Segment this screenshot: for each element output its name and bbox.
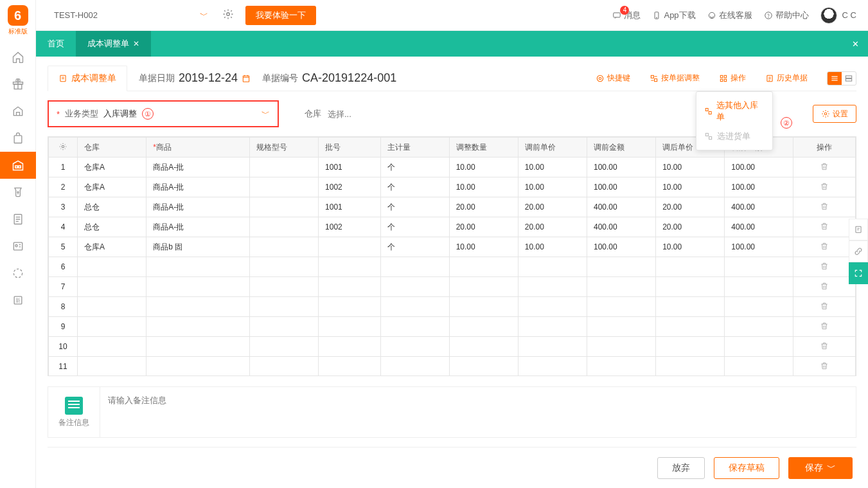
cell-qty[interactable]: 20.00 — [449, 197, 518, 217]
close-icon[interactable]: ✕ — [133, 39, 139, 48]
cell-batch[interactable]: 1001 — [319, 158, 380, 177]
cell-batch[interactable]: 1001 — [319, 197, 380, 217]
help-link[interactable]: 帮助中心 — [764, 10, 809, 21]
cell-spec[interactable] — [249, 197, 318, 217]
cell-pre-unit[interactable]: 10.00 — [518, 237, 587, 257]
cell-warehouse[interactable]: 仓库A — [78, 237, 146, 257]
nav-gift-icon[interactable] — [0, 71, 36, 98]
nav-house-icon[interactable] — [0, 98, 36, 125]
cell-pre-amt[interactable]: 400.00 — [587, 217, 655, 237]
cell-delete[interactable] — [793, 237, 856, 257]
cell-post-unit[interactable]: 10.00 — [656, 177, 725, 197]
col-gear[interactable] — [49, 138, 78, 158]
table-row[interactable]: 8 — [49, 297, 856, 317]
cell-qty[interactable]: 10.00 — [449, 158, 518, 177]
save-button[interactable]: 保存﹀ — [788, 457, 853, 479]
action-shortcut[interactable]: 快捷键 — [596, 73, 630, 84]
nav-bag-icon[interactable] — [0, 125, 36, 152]
table-row[interactable]: 4 总仓 商品A-批 1002 个 20.00 20.00 400.00 20.… — [49, 217, 856, 237]
cell-post-unit[interactable]: 20.00 — [656, 197, 725, 217]
cell-spec[interactable] — [249, 217, 318, 237]
cell-delete[interactable] — [793, 217, 856, 237]
cell-pre-unit[interactable]: 20.00 — [518, 217, 587, 237]
action-history[interactable]: 历史单据 — [765, 73, 808, 84]
cell-product[interactable]: 商品b 固 — [146, 237, 250, 257]
table-row[interactable]: 11 — [49, 357, 856, 377]
nav-home-icon[interactable] — [0, 44, 36, 71]
table-row[interactable]: 2 仓库A 商品A-批 1002 个 10.00 10.00 100.00 10… — [49, 177, 856, 197]
business-type-field[interactable]: * 业务类型 入库调整 ① ﹀ — [48, 100, 279, 127]
cell-pre-amt[interactable]: 100.00 — [587, 237, 655, 257]
try-button[interactable]: 我要体验一下 — [245, 6, 316, 25]
project-select[interactable]: TEST-H002 ﹀ — [48, 6, 215, 25]
cell-pre-unit[interactable]: 10.00 — [518, 158, 587, 177]
cell-delete[interactable] — [793, 277, 856, 297]
messages-link[interactable]: 消息 4 — [612, 10, 641, 21]
tabs-close-all[interactable]: ✕ — [842, 31, 868, 57]
cell-product[interactable]: 商品A-批 — [146, 197, 250, 217]
cell-delete[interactable] — [793, 337, 856, 357]
cell-delete[interactable] — [793, 177, 856, 197]
cell-qty[interactable]: 20.00 — [449, 217, 518, 237]
cell-product[interactable]: 商品A-批 — [146, 177, 250, 197]
cell-spec[interactable] — [249, 237, 318, 257]
cell-unit[interactable]: 个 — [380, 237, 449, 257]
cell-delete[interactable] — [793, 317, 856, 337]
cell-spec[interactable] — [249, 158, 318, 177]
cell-unit[interactable]: 个 — [380, 197, 449, 217]
dock-note-icon[interactable] — [849, 219, 868, 240]
action-ops[interactable]: 操作 — [719, 73, 746, 84]
nav-money-icon[interactable] — [0, 179, 36, 206]
table-row[interactable]: 1 仓库A 商品A-批 1001 个 10.00 10.00 100.00 10… — [49, 158, 856, 177]
cell-post-unit[interactable]: 10.00 — [656, 158, 725, 177]
cell-post-amt[interactable]: 400.00 — [725, 197, 793, 217]
cell-unit[interactable]: 个 — [380, 177, 449, 197]
cell-pre-amt[interactable]: 100.00 — [587, 177, 655, 197]
cell-warehouse[interactable]: 总仓 — [78, 217, 146, 237]
cell-product[interactable]: 商品A-批 — [146, 217, 250, 237]
table-row[interactable]: 6 — [49, 257, 856, 277]
cell-delete[interactable] — [793, 257, 856, 277]
cell-delete[interactable] — [793, 158, 856, 177]
save-draft-button[interactable]: 保存草稿 — [714, 457, 779, 479]
nav-card-icon[interactable] — [0, 233, 36, 260]
action-adjust[interactable]: 按单据调整 — [650, 73, 700, 84]
cell-post-unit[interactable]: 10.00 — [656, 237, 725, 257]
cell-batch[interactable]: 1002 — [319, 177, 380, 197]
view-grid-icon[interactable] — [842, 72, 856, 85]
cell-post-amt[interactable]: 100.00 — [725, 158, 793, 177]
doc-title-tab[interactable]: 成本调整单 — [48, 66, 127, 91]
calendar-icon[interactable] — [242, 74, 251, 83]
support-link[interactable]: 在线客服 — [707, 10, 752, 21]
cell-unit[interactable]: 个 — [380, 217, 449, 237]
table-row[interactable]: 9 — [49, 317, 856, 337]
cell-unit[interactable]: 个 — [380, 158, 449, 177]
cell-warehouse[interactable]: 仓库A — [78, 177, 146, 197]
tab-home[interactable]: 首页 — [36, 31, 76, 57]
nav-warehouse-icon[interactable] — [0, 152, 36, 179]
settings-button[interactable]: 设置 — [813, 105, 856, 123]
cell-post-unit[interactable]: 20.00 — [656, 217, 725, 237]
discard-button[interactable]: 放弃 — [657, 457, 705, 479]
cell-post-amt[interactable]: 100.00 — [725, 177, 793, 197]
nav-new-icon[interactable]: 新 — [0, 287, 36, 314]
cell-delete[interactable] — [793, 357, 856, 377]
table-row[interactable]: 3 总仓 商品A-批 1001 个 20.00 20.00 400.00 20.… — [49, 197, 856, 217]
cell-pre-unit[interactable]: 20.00 — [518, 197, 587, 217]
cell-qty[interactable]: 10.00 — [449, 237, 518, 257]
view-list-icon[interactable] — [828, 72, 842, 85]
nav-doc-icon[interactable] — [0, 206, 36, 233]
cell-pre-amt[interactable]: 400.00 — [587, 197, 655, 217]
cell-batch[interactable]: 1002 — [319, 217, 380, 237]
cell-post-amt[interactable]: 400.00 — [725, 217, 793, 237]
nav-loading-icon[interactable] — [0, 260, 36, 287]
dock-expand-icon[interactable] — [849, 262, 868, 284]
dock-link-icon[interactable] — [849, 240, 868, 262]
cell-post-amt[interactable]: 100.00 — [725, 237, 793, 257]
cell-delete[interactable] — [793, 297, 856, 317]
cell-warehouse[interactable]: 总仓 — [78, 197, 146, 217]
popup-other-in[interactable]: 选其他入库单 — [696, 96, 772, 127]
settings-icon[interactable] — [222, 8, 234, 22]
cell-spec[interactable] — [249, 177, 318, 197]
table-row[interactable]: 7 — [49, 277, 856, 297]
